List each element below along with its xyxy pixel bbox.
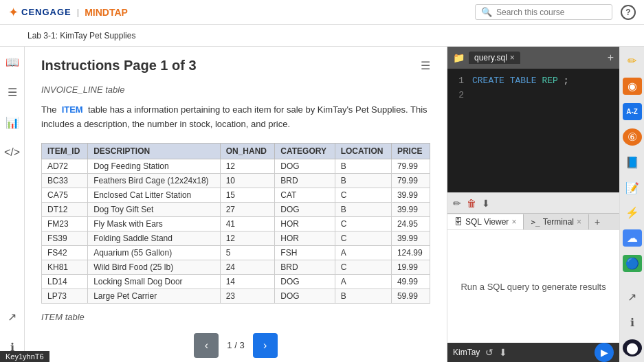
table-cell: 19.99 — [391, 260, 430, 274]
table-cell: 79.99 — [391, 159, 430, 173]
terminal-tab-close-icon[interactable]: × — [577, 217, 581, 227]
table-body: AD72Dog Feeding Station12DOGB79.99BC33Fe… — [42, 159, 430, 303]
table-row: LP73Large Pet Carrier23DOGB59.99 — [42, 289, 430, 303]
note-sidebar-icon[interactable]: 📝 — [623, 179, 642, 196]
bottom-tabs: 🗄 SQL Viewer × >_ Terminal × + — [447, 213, 619, 230]
table-cell: 39.99 — [391, 231, 430, 245]
table-cell: 14 — [220, 274, 275, 289]
circle-sidebar-icon[interactable]: ⬤ — [623, 339, 642, 357]
book-sidebar-icon[interactable]: 📘 — [623, 154, 642, 171]
table-cell: C — [335, 260, 391, 274]
pipe-divider: | — [77, 7, 79, 17]
table-header: ITEM_ID DESCRIPTION ON_HAND CATEGORY LOC… — [42, 143, 430, 159]
close-tab-icon[interactable]: × — [510, 53, 515, 63]
delete-toolbar-icon[interactable]: 🗑 — [467, 198, 476, 209]
code-nav-icon[interactable]: </> — [3, 143, 22, 162]
share-sidebar-icon[interactable]: ↗ — [623, 289, 642, 306]
col-description: DESCRIPTION — [88, 143, 221, 159]
table-row: LD14Locking Small Dog Door14DOGA49.99 — [42, 274, 430, 289]
sql-tab-close-icon[interactable]: × — [511, 217, 516, 227]
pencil-sidebar-icon[interactable]: ✏ — [623, 52, 642, 69]
page-indicator: 1 / 3 — [227, 340, 244, 350]
bottom-status: KimTay ↺ ⬇ ▶ — [447, 343, 619, 362]
next-page-button[interactable]: › — [253, 333, 278, 358]
code-content-1: CREATE TABLE REP ; — [472, 74, 568, 89]
nav-left: ✦ CENGAGE | MINDTAP — [8, 5, 128, 20]
badge-sidebar-icon[interactable]: ⑥ — [623, 128, 642, 146]
item-link[interactable]: ITEM — [62, 104, 83, 115]
table-cell: KH81 — [42, 260, 88, 274]
table-cell: 12 — [220, 159, 275, 173]
reset-icon[interactable]: ↺ — [485, 347, 493, 358]
table-footer-label: ITEM table — [41, 312, 430, 322]
content-header: Instructions Page 1 of 3 ☰ — [41, 58, 430, 73]
share-nav-icon[interactable]: ↗ — [3, 307, 22, 326]
table-cell: Wild Bird Food (25 lb) — [88, 260, 221, 274]
terminal-tab[interactable]: >_ Terminal × — [524, 214, 589, 229]
list-nav-icon[interactable]: ☰ — [3, 82, 22, 102]
right-panel-topbar: 📁 query.sql × + — [447, 47, 619, 69]
search-input[interactable] — [496, 8, 599, 17]
table-cell: 24.95 — [391, 216, 430, 231]
rep-identifier: REP — [542, 76, 557, 86]
add-bottom-tab-icon[interactable]: + — [589, 214, 606, 230]
table-cell: B — [335, 173, 391, 188]
query-sql-tab[interactable]: query.sql × — [469, 52, 520, 64]
table-cell: Locking Small Dog Door — [88, 274, 221, 289]
table-cell: 23 — [220, 289, 275, 303]
book-nav-icon[interactable]: 📖 — [3, 52, 22, 71]
code-line-2: 2 — [453, 89, 614, 103]
invoice-label: INVOICE_LINE table — [41, 84, 430, 95]
table-cell: FS42 — [42, 245, 88, 260]
breadcrumb: Lab 3-1: KimTay Pet Supplies — [27, 31, 135, 41]
terminal-label: Terminal — [543, 217, 574, 227]
az-sidebar-icon[interactable]: A-Z — [623, 103, 642, 120]
col-location: LOCATION — [335, 143, 391, 159]
table-cell: C — [335, 188, 391, 202]
topbar-right: + — [608, 52, 614, 64]
table-cell: Dog Toy Gift Set — [88, 202, 221, 216]
code-editor[interactable]: 1 CREATE TABLE REP ; 2 — [447, 69, 619, 192]
menu-icon[interactable]: ☰ — [421, 59, 430, 72]
table-cell: Fly Mask with Ears — [88, 216, 221, 231]
table-cell: DOG — [275, 274, 335, 289]
table-cell: 12 — [220, 231, 275, 245]
table-cell: 27 — [220, 202, 275, 216]
prev-page-button[interactable]: ‹ — [194, 333, 219, 358]
table-cell: BRD — [275, 173, 335, 188]
sql-viewer-icon: 🗄 — [454, 217, 463, 227]
table-row: BC33Feathers Bird Cage (12x24x18)10BRDB7… — [42, 173, 430, 188]
sql-viewer-label: SQL Viewer — [465, 217, 509, 227]
table-cell: B — [335, 159, 391, 173]
sql-viewer-tab[interactable]: 🗄 SQL Viewer × — [447, 214, 524, 229]
table-cell: HOR — [275, 216, 335, 231]
table-cell: 5 — [220, 245, 275, 260]
lightning-sidebar-icon[interactable]: ⚡ — [623, 205, 642, 222]
edit-toolbar-icon[interactable]: ✏ — [453, 198, 461, 209]
info-sidebar-icon[interactable]: ℹ — [623, 314, 642, 331]
rss-sidebar-icon[interactable]: ◉ — [623, 78, 642, 95]
mindtap-wordmark: MINDTAP — [85, 7, 128, 18]
table-cell: CAT — [275, 188, 335, 202]
col-on-hand: ON_HAND — [220, 143, 275, 159]
editor-toolbar: ✏ 🗑 ⬇ — [447, 192, 619, 213]
right-sidebar: ✏ ◉ A-Z ⑥ 📘 📝 ⚡ ☁ 🔵 ↗ ℹ ⬤ — [619, 47, 644, 362]
status-user: KimTay — [453, 348, 480, 357]
cloud2-sidebar-icon[interactable]: 🔵 — [623, 255, 642, 272]
search-bar[interactable]: 🔍 — [475, 4, 612, 20]
table-cell: FSH — [275, 245, 335, 260]
cengage-wordmark: CENGAGE — [21, 7, 71, 17]
run-query-button[interactable]: ▶ — [595, 343, 614, 362]
download-toolbar-icon[interactable]: ⬇ — [482, 198, 490, 209]
table-cell: DOG — [275, 289, 335, 303]
table-cell: Large Pet Carrier — [88, 289, 221, 303]
help-icon[interactable]: ? — [621, 5, 636, 20]
status-download-icon[interactable]: ⬇ — [499, 347, 507, 358]
table-row: DT12Dog Toy Gift Set27DOGB39.99 — [42, 202, 430, 216]
cloud1-sidebar-icon[interactable]: ☁ — [623, 229, 642, 247]
add-tab-icon[interactable]: + — [608, 52, 614, 64]
chart-nav-icon[interactable]: 📊 — [3, 113, 22, 132]
table-cell: DOG — [275, 202, 335, 216]
empty-results-message: Run a SQL query to generate results — [460, 282, 606, 292]
query-results: Run a SQL query to generate results — [447, 230, 619, 343]
